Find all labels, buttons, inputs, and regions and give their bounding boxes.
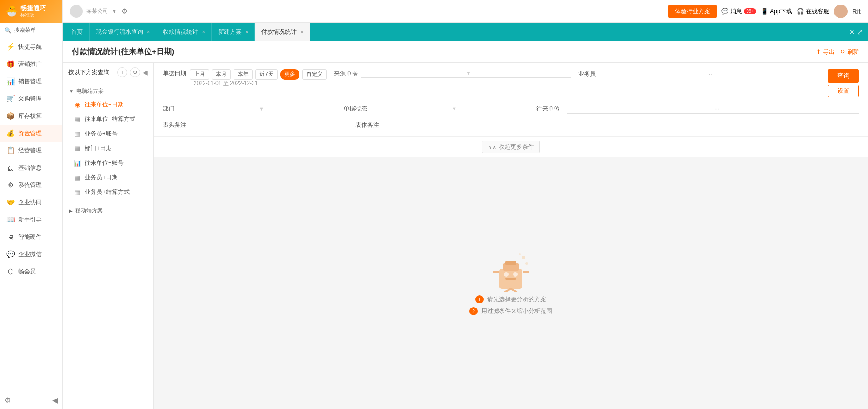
- counterpart-select[interactable]: ···: [567, 104, 859, 114]
- page-title: 付款情况统计(往来单位+日期): [72, 46, 174, 57]
- sidebar-item-enterprise[interactable]: 🤝 企业协同: [0, 194, 62, 211]
- date-btn-this-year[interactable]: 本年: [234, 69, 253, 80]
- scheme-item-salesperson-settlement[interactable]: ▦ 业务员+结算方式: [63, 185, 153, 199]
- scheme-item-dept-date[interactable]: ▦ 部门+日期: [63, 141, 153, 156]
- sidebar-item-label: 新手引导: [18, 216, 42, 224]
- tab-bank-flow-close[interactable]: ×: [147, 29, 150, 35]
- export-btn[interactable]: ⬆ 导出: [816, 48, 835, 56]
- placeholder-svg: [488, 251, 534, 292]
- doc-status-select[interactable]: ▼: [374, 105, 529, 113]
- tab-payment-stats[interactable]: 付款情况统计 ×: [255, 23, 309, 41]
- sidebar-item-label: 企业协同: [18, 198, 42, 207]
- tab-close-all-icon[interactable]: ✕: [849, 28, 855, 36]
- messages-badge: 99+: [744, 8, 756, 14]
- sidebar-item-capital[interactable]: 💰 资金管理: [0, 125, 62, 142]
- scheme-mobile-title[interactable]: ▶ 移动端方案: [63, 205, 153, 217]
- date-btn-last-month[interactable]: 上月: [190, 69, 209, 80]
- date-btn-more[interactable]: 更多: [280, 69, 299, 80]
- scheme-item-label: 业务员+结算方式: [85, 188, 130, 196]
- placeholder-num2: 2: [469, 307, 478, 315]
- body-note-input[interactable]: [386, 120, 532, 130]
- salesperson-dots[interactable]: ···: [709, 71, 813, 77]
- system-icon: ⚙: [6, 181, 15, 189]
- sidebar-logo: 畅捷通巧: [20, 5, 46, 12]
- svg-rect-5: [505, 278, 516, 280]
- dept-label: 部门: [163, 105, 175, 113]
- header-note-label: 表头备注: [163, 121, 186, 129]
- sidebar-item-basic-info[interactable]: 🗂 基础信息: [0, 159, 62, 177]
- svg-point-3: [504, 272, 509, 277]
- sidebar-item-quick-nav[interactable]: ⚡ 快捷导航: [0, 38, 62, 56]
- sidebar-item-wechat[interactable]: 💬 企业微信: [0, 246, 62, 263]
- sidebar-item-marketing[interactable]: 🎁 营销推广: [0, 56, 62, 73]
- scheme-item-counterpart-date[interactable]: ◉ 往来单位+日期: [63, 97, 153, 112]
- topbar-messages[interactable]: 💬 消息 99+: [721, 7, 756, 15]
- tab-home[interactable]: 首页: [65, 23, 90, 41]
- scheme-collapse-btn[interactable]: ◀: [143, 69, 148, 76]
- main-area: 某某公司 ▼ ⚙ 体验行业方案 💬 消息 99+ 📱 App下载 🎧 在线客服 …: [63, 0, 868, 409]
- sidebar-item-sales[interactable]: 📊 销售管理: [0, 73, 62, 90]
- sidebar-item-guide[interactable]: 📖 新手引导: [0, 211, 62, 228]
- sidebar-search[interactable]: 🔍 搜索菜单: [0, 23, 62, 38]
- scheme-item-counterpart-account[interactable]: 📊 往来单位+账号: [63, 156, 153, 170]
- sidebar-item-label: 系统管理: [18, 181, 42, 189]
- sidebar-item-label: 基础信息: [18, 164, 42, 172]
- message-icon: 💬: [721, 8, 728, 15]
- svg-line-8: [505, 289, 511, 292]
- header-note-input[interactable]: [194, 120, 339, 130]
- content: 付款情况统计(往来单位+日期) ⬆ 导出 ↺ 刷新 按以下方案查询: [63, 41, 868, 409]
- date-btn-7days[interactable]: 近7天: [255, 69, 278, 80]
- date-buttons-row: 上月 本月 本年 近7天 更多 自定义: [190, 69, 327, 80]
- tab-bank-flow[interactable]: 现金银行流水查询 ×: [90, 23, 156, 41]
- filter-collapse-row: ∧∧ 收起更多条件: [154, 136, 868, 157]
- tab-expand-icon[interactable]: ⤢: [857, 28, 863, 36]
- dept-select[interactable]: ▼: [182, 105, 336, 113]
- sidebar-item-purchase[interactable]: 🛒 采购管理: [0, 90, 62, 107]
- scheme-item-counterpart-settlement[interactable]: ▦ 往来单位+结算方式: [63, 112, 153, 126]
- date-filter-group: 单据日期 上月 本月 本年 近7天 更多 自定义 20: [163, 69, 327, 87]
- scheme-settings-btn[interactable]: ⚙: [130, 67, 140, 77]
- topbar-app-download[interactable]: 📱 App下载: [761, 7, 792, 15]
- sidebar-collapse-icon[interactable]: ◀: [52, 396, 58, 404]
- topbar-online-service[interactable]: 🎧 在线客服: [797, 7, 829, 15]
- sidebar-settings-icon[interactable]: ⚙: [5, 396, 11, 404]
- scheme-item-salesperson-date[interactable]: ▦ 业务员+日期: [63, 170, 153, 185]
- source-filter-group: 来源单据 ▼: [334, 69, 571, 78]
- tab-new-scheme[interactable]: 新建方案 ×: [212, 23, 255, 41]
- sidebar: 🐣 畅捷通巧 标准版 🔍 搜索菜单 ⚡ 快捷导航 🎁 营销推广 📊 销售管理 🛒…: [0, 0, 63, 409]
- user-avatar: [834, 5, 848, 18]
- settings-button[interactable]: 设置: [828, 85, 859, 97]
- date-btn-this-month[interactable]: 本月: [212, 69, 231, 80]
- collapse-more-btn[interactable]: ∧∧ 收起更多条件: [482, 141, 540, 153]
- tab-receipt-stats[interactable]: 收款情况统计 ×: [156, 23, 211, 41]
- industry-btn[interactable]: 体验行业方案: [668, 5, 717, 18]
- hardware-icon: 🖨: [6, 233, 15, 241]
- tab-home-label: 首页: [71, 28, 83, 36]
- sidebar-item-system[interactable]: ⚙ 系统管理: [0, 177, 62, 194]
- sidebar-item-label: 经营管理: [18, 146, 42, 155]
- sidebar-item-operations[interactable]: 📋 经营管理: [0, 142, 62, 159]
- tab-new-scheme-close[interactable]: ×: [245, 29, 248, 35]
- tab-receipt-stats-close[interactable]: ×: [202, 29, 205, 35]
- refresh-btn[interactable]: ↺ 刷新: [840, 48, 859, 56]
- sidebar-item-member[interactable]: ⬡ 畅会员: [0, 263, 62, 280]
- scheme-item-salesperson-account[interactable]: ▦ 业务员+账号: [63, 126, 153, 141]
- sidebar-item-hardware[interactable]: 🖨 智能硬件: [0, 228, 62, 246]
- page-header: 付款情况统计(往来单位+日期) ⬆ 导出 ↺ 刷新: [63, 41, 868, 63]
- query-button[interactable]: 查询: [828, 69, 859, 83]
- topbar-dropdown-arrow[interactable]: ▼: [112, 9, 117, 14]
- tab-payment-stats-close[interactable]: ×: [300, 29, 303, 35]
- topbar-gear-icon[interactable]: ⚙: [121, 7, 128, 15]
- svg-rect-7: [523, 271, 529, 273]
- quick-nav-icon: ⚡: [6, 43, 15, 51]
- sidebar-item-label: 资金管理: [18, 129, 42, 137]
- source-select[interactable]: ▼: [361, 69, 571, 78]
- counterpart-dots[interactable]: ···: [714, 105, 856, 112]
- sidebar-item-inventory[interactable]: 📦 库存核算: [0, 107, 62, 125]
- date-btn-custom[interactable]: 自定义: [302, 69, 327, 80]
- scheme-add-btn[interactable]: +: [117, 67, 127, 77]
- salesperson-select[interactable]: ···: [599, 69, 815, 79]
- scheme-item-active-icon: ◉: [74, 101, 81, 108]
- date-options-group: 上月 本月 本年 近7天 更多 自定义 2022-01-01 至 2022-12…: [190, 69, 327, 87]
- scheme-pc-title[interactable]: ▼ 电脑端方案: [63, 85, 153, 97]
